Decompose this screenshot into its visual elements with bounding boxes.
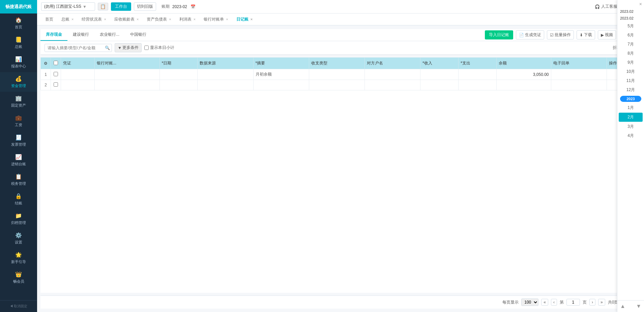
date-panel-down-icon[interactable]: ▼ [636,303,641,309]
sidebar-item-label: 首页 [15,25,22,30]
first-page-button[interactable]: « [541,299,548,306]
tab-bank-label: 银行对账单 [204,17,224,22]
video-button[interactable]: ▶ 视频 [598,30,616,39]
sidebar-item-sales[interactable]: 📈 进销台账 [0,150,37,170]
tab-receivable[interactable]: 应收账龄表 × [110,13,143,26]
show-daily-checkbox[interactable] [144,46,149,50]
sidebar-item-member[interactable]: 👑 畅会员 [0,268,37,287]
sidebar-item-label: 设置 [15,240,22,245]
search-input[interactable] [45,44,112,52]
sidebar-item-close[interactable]: 🔒 结账 [0,190,37,209]
company-name: (勿用) 江西甜宝-LSS [44,4,81,9]
sub-tab-cash[interactable]: 库存现金 [40,29,67,41]
workspace-button[interactable]: 工作台 [111,2,131,11]
month-1[interactable]: 1月 [617,103,644,112]
tab-bank-close[interactable]: × [226,17,228,21]
sidebar-item-tax[interactable]: 📋 税务管理 [0,170,37,190]
sidebar-item-invoice[interactable]: 🧾 发票管理 [0,131,37,150]
more-filter-button[interactable]: ▼ 更多条件 [115,43,142,52]
tab-assets-close[interactable]: × [169,17,171,21]
sidebar-item-ledger[interactable]: 📒 总账 [0,33,37,53]
tab-profit-close[interactable]: × [194,17,196,21]
month-3[interactable]: 3月 [617,122,644,131]
journal-table-container: ⚙ 凭证 银行对账... *日期 数据来源 *摘要 收支类型 对方户名 *收入 … [40,57,641,293]
col-checkbox[interactable] [51,58,61,69]
import-journal-button[interactable]: 导入日记账 [485,30,513,39]
capital-icon: 💰 [15,76,22,82]
tab-ledger-close[interactable]: × [71,17,74,21]
page-number-input[interactable]: 1 [566,299,580,306]
copy-button[interactable]: 📋 [98,3,108,10]
tab-journal[interactable]: 日记账 × [232,13,257,26]
show-daily-label[interactable]: 显示本日小计 [144,45,174,51]
date-panel-up-icon[interactable]: ▲ [620,303,625,309]
batch-op-label: 批量操作 [555,32,571,38]
tab-home[interactable]: 首页 [41,13,57,26]
tab-profit[interactable]: 利润表 × [175,13,200,26]
col-e-receipt: 电子回单 [551,58,607,69]
tab-business-close[interactable]: × [104,17,106,21]
month-5[interactable]: 5月 [617,22,644,31]
row-checkbox-1[interactable] [51,69,61,80]
month-9[interactable]: 9月 [617,58,644,67]
generate-voucher-button[interactable]: 📄 生成凭证 [516,30,544,39]
sidebar-item-reports[interactable]: 📊 报表中心 [0,53,37,72]
cell-date-1 [159,69,198,80]
month-4[interactable]: 4月 [617,131,644,140]
last-page-button[interactable]: » [598,299,605,306]
batch-op-button[interactable]: ☑ 批量操作 [547,30,574,39]
period-edit-icon[interactable]: 📅 [191,4,196,9]
col-settings[interactable]: ⚙ [41,58,51,69]
tab-journal-close[interactable]: × [251,17,253,21]
sub-tab-abc[interactable]: 农业银行... [94,29,125,41]
search-icon[interactable]: 🔍 [105,46,110,50]
cell-pay-type-1 [309,69,364,80]
tab-ledger[interactable]: 总账 × [57,13,78,26]
sidebar-item-fixed[interactable]: 🏢 固定资产 [0,92,37,111]
prev-page-button[interactable]: ‹ [551,299,557,306]
sidebar-unpin[interactable]: ◀ 取消固定 [0,300,37,312]
human-service-btn[interactable]: 🎧 人工客服 [595,4,617,9]
col-date: *日期 [159,58,198,69]
switch-old-button[interactable]: 切到旧版 [134,2,156,11]
page-label-after: 页 [583,300,587,305]
date-panel-scroll[interactable]: 5月 6月 7月 8月 9月 10月 11月 12月 2023 1月 2月 3月… [617,22,644,300]
next-page-button[interactable]: › [589,299,595,306]
sidebar-item-guide[interactable]: 🌟 新手引导 [0,248,37,268]
select-all-checkbox[interactable] [54,61,58,65]
sidebar-item-salary[interactable]: 💼 工资 [0,111,37,131]
human-service-label: 人工客服 [601,4,617,9]
month-2-active[interactable]: 2月 [619,113,643,122]
home-icon: 🏠 [15,17,22,23]
month-11[interactable]: 11月 [617,76,644,85]
table-row: 2 [41,80,641,90]
invoice-icon: 🧾 [15,134,22,141]
month-6[interactable]: 6月 [617,31,644,40]
sidebar-item-home[interactable]: 🏠 首页 [0,13,37,33]
voucher-icon: 📄 [519,33,524,37]
month-12[interactable]: 12月 [617,85,644,94]
sidebar-item-label: 发票管理 [11,142,26,147]
tab-ledger-label: 总账 [61,17,69,22]
sidebar-item-settings[interactable]: ⚙️ 设置 [0,229,37,248]
date-panel-close-button[interactable]: × [617,0,644,8]
sidebar-item-label: 报表中心 [11,64,26,69]
row-checkbox-2[interactable] [51,80,61,90]
tab-business[interactable]: 经营状况表 × [78,13,110,26]
tab-assets[interactable]: 资产负债表 × [143,13,175,26]
sidebar-item-capital[interactable]: 💰 资金管理 [0,72,37,92]
tab-receivable-close[interactable]: × [137,17,139,21]
sidebar-item-archive[interactable]: 📁 归档管理 [0,209,37,229]
tab-bank[interactable]: 银行对账单 × [200,13,232,26]
sub-tab-boc[interactable]: 中国银行 [125,29,152,41]
month-7[interactable]: 7月 [617,40,644,49]
top-bar: (勿用) 江西甜宝-LSS ▼ 📋 工作台 切到旧版 账期 2023-02 📅 … [37,0,644,13]
month-10[interactable]: 10月 [617,67,644,76]
sub-tab-ccb[interactable]: 建设银行 [67,29,94,41]
month-8[interactable]: 8月 [617,49,644,58]
per-page-select[interactable]: 100 50 200 [521,299,538,306]
company-selector[interactable]: (勿用) 江西甜宝-LSS ▼ [41,2,95,11]
date-display-1: 2023.02 [617,8,644,15]
col-voucher: 凭证 [61,58,95,69]
download-button[interactable]: ⬇ 下载 [577,30,595,39]
